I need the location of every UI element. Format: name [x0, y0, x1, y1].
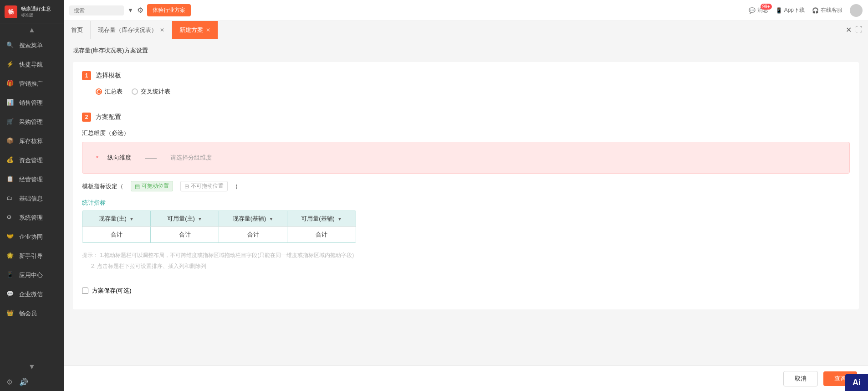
radio-cross[interactable]: 交叉统计表	[132, 87, 170, 96]
step-divider	[82, 105, 850, 105]
tab-home[interactable]: 首页	[64, 21, 91, 39]
content-area: 现存量(库存状况表)方案设置 1 选择模板 汇总表	[64, 39, 868, 365]
radio-cross-circle	[132, 88, 138, 95]
stats-col2-label: 可用量(主)	[167, 215, 195, 223]
dimension-label: 纵向维度	[107, 154, 131, 162]
sidebar-item-operations[interactable]: 📋 经营管理	[0, 170, 64, 189]
stats-col4-summary: 合计	[316, 231, 327, 239]
stats-col3-label: 现存量(基辅)	[233, 215, 266, 223]
step1-header: 1 选择模板	[82, 71, 850, 80]
sidebar-item-label-finance: 资金管理	[19, 156, 43, 165]
template-options: 汇总表 交叉统计表	[96, 87, 850, 96]
sidebar-item-label-operations: 经营管理	[19, 175, 43, 184]
phone-icon: 📱	[776, 7, 782, 14]
dimension-placeholder: 请选择分组维度	[170, 154, 212, 162]
radio-summary[interactable]: 汇总表	[96, 87, 123, 96]
stats-header-col1[interactable]: 现存量(主) ▼	[82, 211, 151, 226]
sidebar-item-search-menu[interactable]: 🔍 搜索菜单	[0, 36, 64, 55]
messages-button[interactable]: 💬 消息 99+	[749, 6, 768, 14]
sidebar-item-system[interactable]: ⚙ 系统管理	[0, 208, 64, 227]
scheme-settings-card: 1 选择模板 汇总表 交叉统计表	[73, 62, 859, 309]
enterprise-icon: 🤝	[6, 233, 15, 241]
not-draggable-icon: ⊟	[184, 183, 189, 190]
avatar[interactable]	[850, 4, 863, 17]
sidebar-item-purchase[interactable]: 🛒 采购管理	[0, 113, 64, 132]
page-title: 现存量(库存状况表)方案设置	[73, 46, 859, 55]
page-container: 现存量(库存状况表)方案设置 1 选择模板 汇总表	[64, 39, 868, 317]
col2-chevron-icon: ▼	[198, 216, 202, 221]
stats-title: 统计指标	[82, 199, 850, 207]
gear-icon[interactable]: ⚙	[137, 6, 143, 15]
online-service-button[interactable]: 🎧 在线客服	[812, 6, 842, 14]
cancel-button[interactable]: 取消	[783, 371, 818, 386]
industry-plan-button[interactable]: 体验行业方案	[147, 4, 191, 16]
speaker-icon[interactable]: 🔊	[19, 378, 28, 386]
sidebar-nav: 🔍 搜索菜单 ⚡ 快捷导航 🎁 营销推广 📊 销售管理 🛒 采购管理 📦 库存核…	[0, 36, 64, 361]
tab-new-scheme[interactable]: 新建方案 ✕	[172, 21, 218, 39]
draggable-tag: ▤ 可拖动位置	[131, 181, 173, 191]
marketing-icon: 🎁	[6, 80, 15, 88]
stats-header-col2[interactable]: 可用量(主) ▼	[151, 211, 219, 226]
stats-col1-label: 现存量(主)	[99, 215, 127, 223]
app-download-button[interactable]: 📱 App下载	[776, 6, 805, 14]
sidebar-item-inventory[interactable]: 📦 库存核算	[0, 132, 64, 151]
basic-info-icon: 🗂	[6, 195, 15, 203]
tip-line1: 提示： 1.拖动标题栏可以调整布局，不可跨维度或指标区域拖动栏目字段(只能在同一…	[82, 250, 850, 261]
sidebar-scroll-up[interactable]: ▲	[0, 24, 64, 36]
settings-icon[interactable]: ⚙	[6, 378, 13, 386]
sidebar-item-sales[interactable]: 📊 销售管理	[0, 93, 64, 113]
stats-col2-summary: 合计	[179, 231, 191, 239]
sidebar-item-label-quick: 快捷导航	[19, 61, 43, 69]
sidebar-scroll-down[interactable]: ▼	[0, 361, 64, 373]
sidebar-item-label-member: 畅会员	[19, 309, 37, 318]
sidebar-item-label-marketing: 营销推广	[19, 80, 43, 88]
step1-title: 选择模板	[96, 72, 121, 80]
tabbar: 首页 现存量（库存状况表） ✕ 新建方案 ✕ ✕ ⛶	[64, 21, 868, 39]
headset-icon: 🎧	[812, 7, 819, 14]
system-icon: ⚙	[6, 214, 15, 222]
sidebar-item-newbie[interactable]: 🌟 新手引导	[0, 247, 64, 266]
save-checkbox[interactable]	[82, 288, 88, 294]
stats-row-col4: 合计	[287, 227, 356, 242]
radio-summary-circle	[96, 88, 102, 95]
tab-inventory-close[interactable]: ✕	[160, 27, 164, 33]
app-edition: 标准版	[21, 12, 51, 18]
sidebar-item-marketing[interactable]: 🎁 营销推广	[0, 74, 64, 93]
required-mark: *	[96, 154, 98, 161]
tab-inventory-status[interactable]: 现存量（库存状况表） ✕	[91, 21, 172, 39]
search-input[interactable]	[69, 5, 124, 15]
inventory-icon: 📦	[6, 137, 15, 145]
stats-header-col4[interactable]: 可用量(基辅) ▼	[287, 211, 356, 226]
sidebar-item-enterprise-wechat[interactable]: 💬 企业微信	[0, 285, 64, 304]
dimension-box[interactable]: * 纵向维度 —— 请选择分组维度	[82, 142, 850, 174]
topbar-right: 💬 消息 99+ 📱 App下载 🎧 在线客服	[749, 4, 863, 17]
tab-new-scheme-close[interactable]: ✕	[206, 27, 210, 33]
indicator-label: 模板指标设定（	[82, 182, 123, 190]
enterprise-wechat-icon: 💬	[6, 290, 15, 298]
message-icon: 💬	[749, 7, 756, 14]
topbar: ▼ ⚙ 体验行业方案 💬 消息 99+ 📱 App下载 🎧 在线客服	[64, 0, 868, 21]
col4-chevron-icon: ▼	[337, 216, 342, 221]
main-wrapper: ▼ ⚙ 体验行业方案 💬 消息 99+ 📱 App下载 🎧 在线客服 首页	[64, 0, 868, 391]
sidebar-item-app-center[interactable]: 📱 应用中心	[0, 266, 64, 285]
topbar-left: ▼ ⚙ 体验行业方案	[69, 4, 745, 16]
dropdown-button[interactable]: ▼	[128, 7, 133, 14]
sidebar-item-finance[interactable]: 💰 资金管理	[0, 151, 64, 170]
step1-num: 1	[82, 71, 91, 80]
maximize-icon[interactable]: ⛶	[855, 26, 863, 34]
indicator-settings: 模板指标设定（ ▤ 可拖动位置 ⊟ 不可拖动位置 ）	[82, 181, 850, 191]
app-name: 畅康通好生意	[21, 5, 51, 12]
stats-header-col3[interactable]: 现存量(基辅) ▼	[219, 211, 287, 226]
not-draggable-tag: ⊟ 不可拖动位置	[180, 181, 228, 191]
sidebar-item-member[interactable]: 👑 畅会员	[0, 304, 64, 323]
ai-badge[interactable]: Ai	[845, 374, 868, 391]
logo-icon: 畅	[5, 5, 17, 18]
col1-chevron-icon: ▼	[129, 216, 134, 221]
sidebar-item-basic-info[interactable]: 🗂 基础信息	[0, 189, 64, 208]
step2-header: 2 方案配置	[82, 113, 850, 122]
sidebar-item-enterprise[interactable]: 🤝 企业协同	[0, 227, 64, 247]
close-window-icon[interactable]: ✕	[846, 26, 852, 34]
summary-dimension-section: 汇总维度（必选） * 纵向维度 —— 请选择分组维度	[82, 129, 850, 174]
sidebar-item-quick-nav[interactable]: ⚡ 快捷导航	[0, 55, 64, 74]
sidebar-item-label-wechat: 企业微信	[19, 290, 43, 298]
